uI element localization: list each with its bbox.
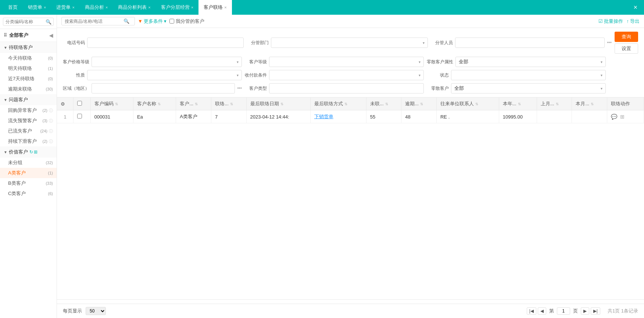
filter-dept-select[interactable]: ▾	[271, 38, 427, 48]
nav-close-analysis-list[interactable]: ×	[148, 5, 150, 10]
sidebar-item-overdue[interactable]: 逾期未联络 (30)	[0, 84, 57, 94]
td-not-contact-days: 55	[366, 110, 401, 123]
filter-customer-type-select[interactable]	[269, 83, 424, 93]
sort-method[interactable]: ⇅	[344, 102, 347, 106]
sort-last-month[interactable]: ⇅	[556, 102, 559, 106]
first-page-btn[interactable]: |◀	[527, 307, 536, 315]
search-button[interactable]: 查询	[615, 32, 638, 42]
more-filter-btn[interactable]: ▼ 更多条件 ▾	[138, 18, 167, 25]
page-number-input[interactable]	[557, 307, 570, 315]
sidebar-item-7days-pending[interactable]: 近7天待联络 (0)	[0, 74, 57, 84]
nav-product-analysis[interactable]: 商品分析 ×	[80, 0, 113, 15]
sidebar-item-churn-warning[interactable]: 流失预警客户 (3) ⓘ	[0, 116, 57, 126]
td-this-year: 10995.00	[499, 110, 537, 123]
sidebar-item-b-class[interactable]: B类客户 (33)	[0, 178, 57, 188]
person-dots[interactable]: •••	[607, 40, 612, 45]
sidebar-collapse-icon[interactable]: ◀	[49, 33, 53, 38]
filter-phone: 电话号码	[63, 38, 244, 48]
my-customer-check[interactable]	[169, 19, 174, 24]
next-page-btn[interactable]: ▶	[581, 307, 589, 315]
page-size-select[interactable]: 50 100 200	[86, 307, 106, 315]
filter-customer-level-select[interactable]: ▾	[269, 57, 424, 67]
nav-purchase-order[interactable]: 进货单 ×	[51, 0, 79, 15]
my-customer-checkbox[interactable]: 我分管的客户	[169, 18, 204, 25]
sort-name[interactable]: ⇅	[158, 102, 161, 106]
sidebar-item-a-class[interactable]: A类客户 (1)	[0, 168, 57, 178]
sort-type[interactable]: ⇅	[195, 102, 198, 106]
sort-date[interactable]: ⇅	[280, 102, 283, 106]
nav-close-sales[interactable]: ×	[44, 5, 46, 10]
more-filter-arrow: ▾	[164, 18, 167, 24]
sidebar-group-problem[interactable]: ▼ 问题客户	[0, 94, 57, 105]
sort-year[interactable]: ⇅	[518, 102, 521, 106]
nav-product-analysis-list[interactable]: 商品分析列表 ×	[113, 0, 155, 15]
sidebar-item-ungroup[interactable]: 未分组 (32)	[0, 158, 57, 168]
filter-nature-select[interactable]: ▾	[87, 70, 242, 80]
setting-button[interactable]: 设置	[615, 43, 638, 54]
td-code: 000031	[90, 110, 133, 123]
action-chat-icon[interactable]: 💬	[611, 114, 617, 120]
scroll-spacer	[57, 300, 572, 300]
nav-close-segment[interactable]: ×	[191, 5, 193, 10]
top-nav: 首页 销货单 × 进货单 × 商品分析 × 商品分析列表 × 客户分层经营 × …	[0, 0, 644, 15]
filter-person-select[interactable]	[455, 38, 605, 48]
filter-region-select[interactable]	[92, 83, 235, 93]
sidebar-item-churned[interactable]: 已流失客户 (24) ⓘ	[0, 126, 57, 136]
nav-close-analysis[interactable]: ×	[105, 5, 108, 10]
sort-contact[interactable]: ⇅	[230, 102, 233, 106]
th-overdue: 逾期... ⇅	[401, 98, 437, 110]
filter-phone-input[interactable]	[87, 38, 244, 48]
scatter2-arrow: ▾	[601, 86, 602, 91]
refresh-icon[interactable]: ↻	[29, 149, 33, 155]
toolbar-search-input[interactable]	[65, 19, 124, 24]
sidebar: 🔍 ⠿ 全部客户 ◀ ▼ 待联络客户 今天待联络 (0) 明天待联络 (1) 近…	[0, 15, 57, 318]
settings-icon-small[interactable]: ⊞	[34, 149, 37, 155]
nav-close-purchase[interactable]: ×	[72, 5, 74, 10]
content-area: 🔍 ▼ 更多条件 ▾ 我分管的客户 ☑ 批量操作	[57, 15, 644, 318]
sidebar-item-repurchase-abnormal[interactable]: 回购异常客户 (2) ⓘ	[0, 105, 57, 116]
filter-status: 状态 ▾	[427, 70, 606, 80]
filter-customer-level: 客户等级 ▾	[245, 57, 424, 67]
prev-page-btn[interactable]: ◀	[538, 307, 546, 315]
action-more-icon[interactable]: ⊞	[620, 114, 625, 120]
filter-row-4: 区域（地区） ••• 客户类型 零散客户	[63, 83, 638, 93]
sort-code[interactable]: ⇅	[115, 102, 118, 106]
batch-icon: ☑	[598, 18, 603, 24]
nav-customer-contact[interactable]: 客户联络 ×	[198, 0, 232, 15]
filter-price-level-select[interactable]: ▾	[92, 57, 242, 67]
table-header-row: ⚙ 客户编码 ⇅	[57, 98, 644, 110]
sidebar-item-today-pending[interactable]: 今天待联络 (0)	[0, 53, 57, 63]
info-icon-3: ⓘ	[49, 128, 53, 134]
sort-overdue[interactable]: ⇅	[420, 102, 423, 106]
sort-not-contacted[interactable]: ⇅	[385, 102, 388, 106]
last-method-link[interactable]: 下销货单	[314, 114, 333, 119]
filter-payment-select[interactable]: ▾	[269, 70, 424, 80]
info-icon-2: ⓘ	[49, 118, 53, 124]
sidebar-item-declining[interactable]: 持续下滑客户 (2) ⓘ	[0, 136, 57, 146]
select-all-checkbox[interactable]	[77, 101, 82, 106]
nav-home[interactable]: 首页	[3, 0, 23, 15]
sort-this-month[interactable]: ⇅	[591, 102, 594, 106]
sidebar-all-customers[interactable]: ⠿ 全部客户 ◀	[0, 29, 57, 42]
batch-operation-btn[interactable]: ☑ 批量操作	[598, 18, 623, 25]
filter-scatter-attr-select[interactable]: 全部 ▾	[455, 57, 606, 67]
sidebar-item-tomorrow-pending[interactable]: 明天待联络 (1)	[0, 63, 57, 74]
sidebar-search-icon[interactable]: 🔍	[46, 19, 51, 25]
sidebar-item-c-class[interactable]: C类客户 (6)	[0, 188, 57, 199]
export-btn[interactable]: ↑ 导出	[627, 18, 640, 25]
filter-status-select[interactable]: ▾	[451, 70, 606, 80]
last-page-btn[interactable]: ▶|	[591, 307, 600, 315]
sidebar-group-pending[interactable]: ▼ 待联络客户	[0, 42, 57, 53]
nav-sales-order[interactable]: 销货单 ×	[23, 0, 51, 15]
sidebar-group-value[interactable]: ▼ 价值客户 ↻ ⊞	[0, 146, 57, 158]
nav-customer-segment[interactable]: 客户分层经营 ×	[156, 0, 198, 15]
th-code: 客户编码 ⇅	[90, 98, 133, 110]
top-nav-close-all[interactable]: ×	[630, 4, 641, 11]
filter-scatter-customer-select[interactable]: 全部 ▾	[451, 83, 606, 93]
sort-person[interactable]: ⇅	[475, 102, 478, 106]
region-dots[interactable]: •••	[237, 86, 242, 91]
row-checkbox[interactable]	[77, 114, 82, 119]
toolbar-search-btn[interactable]: 🔍	[124, 18, 129, 24]
nav-close-contact[interactable]: ×	[224, 5, 226, 10]
table-settings-icon[interactable]: ⚙	[61, 101, 65, 107]
